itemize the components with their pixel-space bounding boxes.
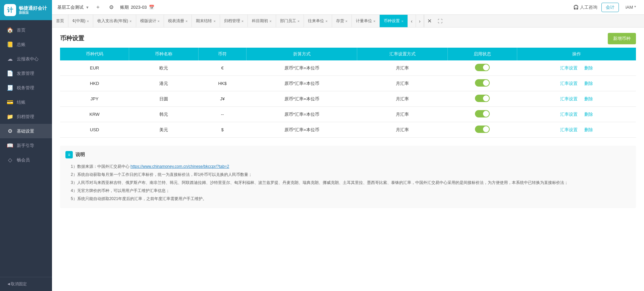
- cell-symbol: €: [198, 60, 247, 76]
- sidebar-label-settings: 基础设置: [17, 128, 34, 134]
- help-button[interactable]: 🎧 人工咨询: [573, 4, 597, 10]
- sidebar-item-settings[interactable]: ⚙ 基础设置: [0, 124, 52, 138]
- toggle-switch[interactable]: [475, 95, 490, 102]
- tab-subjects-label: 科目期初: [252, 18, 268, 24]
- tab-next-button[interactable]: ›: [416, 15, 424, 28]
- delete-link[interactable]: 删除: [584, 96, 593, 101]
- cell-status[interactable]: [448, 122, 517, 138]
- rate-setting-link[interactable]: 汇率设置: [560, 81, 578, 86]
- sidebar-label-tax: 税务管理: [17, 85, 34, 91]
- tab-staff-close[interactable]: ×: [298, 19, 300, 23]
- sidebar-item-archive[interactable]: 📁 归档管理: [0, 109, 52, 124]
- cell-status[interactable]: [448, 60, 517, 76]
- cell-symbol: $: [198, 122, 247, 138]
- sidebar-item-reports[interactable]: ☁ 云报表中心: [0, 52, 52, 66]
- account-btn-label: 会计: [606, 5, 614, 10]
- cell-rate-type: 月汇率: [357, 60, 448, 76]
- project-selector[interactable]: 基层工会测试 ▼: [57, 4, 89, 10]
- note-title: ≡ 说明: [65, 151, 631, 158]
- cell-name: 港元: [129, 76, 199, 91]
- tab-home[interactable]: 首页: [52, 15, 68, 27]
- toggle-switch[interactable]: [475, 126, 490, 133]
- rate-setting-link[interactable]: 汇率设置: [560, 96, 578, 101]
- tab-currency[interactable]: 币种设置 ×: [380, 15, 408, 27]
- note-item: 4）无官方牌价的币种，可以用用户手工维护汇率信息；: [71, 187, 631, 195]
- tab-units-label: 往来单位: [308, 18, 324, 24]
- add-project-button[interactable]: ＋: [93, 3, 103, 12]
- col-calc: 折算方式: [247, 48, 357, 60]
- sidebar-item-invoice[interactable]: 📄 发票管理: [0, 66, 52, 81]
- col-status: 启用状态: [448, 48, 517, 60]
- tab-units-close[interactable]: ×: [325, 19, 327, 23]
- tab-inventory-label: 存货: [336, 18, 344, 24]
- delete-link[interactable]: 删除: [584, 81, 593, 86]
- delete-link[interactable]: 删除: [584, 65, 593, 70]
- cell-name: 欧元: [129, 60, 199, 76]
- new-currency-button[interactable]: 新增币种: [608, 33, 636, 44]
- sidebar-item-checkout[interactable]: 💳 结账: [0, 95, 52, 109]
- toggle-knob: [483, 80, 489, 86]
- sidebar-item-member[interactable]: ◇ 畅会员: [0, 153, 52, 167]
- checkout-icon: 💳: [7, 99, 13, 105]
- tab-period[interactable]: ¢(中期) ×: [68, 15, 93, 27]
- cell-status[interactable]: [448, 76, 517, 91]
- delete-link[interactable]: 删除: [584, 127, 593, 132]
- cell-name: 日圆: [129, 91, 199, 107]
- tab-units[interactable]: 往来单位 ×: [304, 15, 332, 27]
- tab-tax[interactable]: 税表清册 ×: [164, 15, 192, 27]
- settings-gear-button[interactable]: ⚙: [107, 3, 116, 12]
- tab-subjects-close[interactable]: ×: [269, 19, 271, 23]
- tab-inventory-close[interactable]: ×: [345, 19, 347, 23]
- sidebar-item-tax[interactable]: 🧾 税务管理: [0, 81, 52, 95]
- delete-link[interactable]: 删除: [584, 112, 593, 117]
- tab-prev-button[interactable]: ‹: [408, 15, 416, 28]
- tab-close-all-button[interactable]: ✕: [424, 15, 435, 28]
- tab-tax-close[interactable]: ×: [185, 19, 187, 23]
- settings-icon: ⚙: [7, 128, 13, 134]
- calendar-icon[interactable]: 📅: [149, 5, 154, 10]
- col-action: 操作: [517, 48, 636, 60]
- home-icon: 🏠: [7, 27, 13, 33]
- tab-subjects[interactable]: 科目期初 ×: [248, 15, 276, 27]
- logo-icon: 计: [4, 4, 16, 16]
- tab-period-close[interactable]: ×: [87, 19, 89, 23]
- tab-template-label: 模版设计: [140, 18, 156, 24]
- rate-setting-link[interactable]: 汇率设置: [560, 65, 578, 70]
- table-row: EUR 欧元 € 原币*汇率=本位币 月汇率 汇率设置 删除: [60, 60, 636, 76]
- tab-template[interactable]: 模版设计 ×: [136, 15, 164, 27]
- note-item: 2）系统自动获取每月第一个工作日的汇率标价，统一为直接标价法，即1外币可以兑换的…: [71, 171, 631, 179]
- cell-status[interactable]: [448, 91, 517, 107]
- tab-measure-close[interactable]: ×: [373, 19, 375, 23]
- sidebar-item-ledger[interactable]: 📒 总账: [0, 37, 52, 52]
- tab-filing[interactable]: 归档管理 ×: [220, 15, 248, 27]
- tab-tax-label: 税表清册: [168, 18, 184, 24]
- toggle-switch[interactable]: [475, 79, 490, 87]
- tab-income-close[interactable]: ×: [129, 19, 131, 23]
- rate-setting-link[interactable]: 汇率设置: [560, 127, 578, 132]
- cell-symbol: HK$: [198, 76, 247, 91]
- tab-filing-close[interactable]: ×: [241, 19, 244, 23]
- toggle-switch[interactable]: [475, 110, 490, 117]
- account-button[interactable]: 会计: [601, 3, 619, 12]
- tab-period-end[interactable]: 期末结转 ×: [192, 15, 220, 27]
- rate-setting-link[interactable]: 汇率设置: [560, 112, 578, 117]
- invoice-icon: 📄: [7, 70, 13, 77]
- tab-period-end-close[interactable]: ×: [213, 19, 215, 23]
- tab-staff[interactable]: 部门员工 ×: [276, 15, 304, 27]
- tab-income[interactable]: 收入支出表(年报) ×: [93, 15, 136, 27]
- tab-expand-button[interactable]: ⛶: [435, 15, 445, 28]
- sidebar-pin-toggle[interactable]: ◄取消固定: [0, 277, 52, 291]
- sidebar-item-home[interactable]: 🏠 首页: [0, 23, 52, 37]
- note-link[interactable]: https://www.chinamoney.com.cn/chinese/bk…: [130, 164, 229, 169]
- sidebar-label-ledger: 总账: [17, 42, 25, 48]
- currency-table: 币种代码 币种名称 币符 折算方式 汇率设置方式 启用状态 操作 EUR 欧元 …: [60, 48, 636, 138]
- tab-currency-close[interactable]: ×: [401, 19, 403, 23]
- cell-action: 汇率设置 删除: [517, 76, 636, 91]
- sidebar-item-guide[interactable]: 📖 新手引导: [0, 138, 52, 153]
- toggle-switch[interactable]: [475, 64, 490, 71]
- tab-inventory[interactable]: 存货 ×: [332, 15, 352, 27]
- tab-income-label: 收入支出表(年报): [97, 18, 128, 24]
- cell-status[interactable]: [448, 107, 517, 122]
- tab-measure[interactable]: 计量单位 ×: [352, 15, 380, 27]
- tab-template-close[interactable]: ×: [158, 19, 160, 23]
